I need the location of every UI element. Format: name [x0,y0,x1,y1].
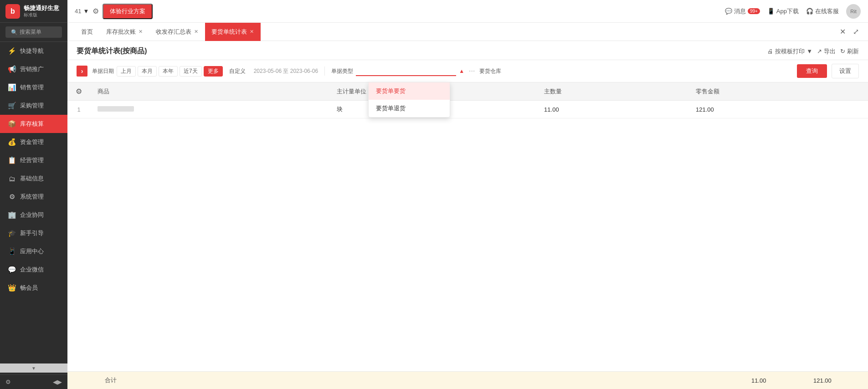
sidebar-item-guide[interactable]: 🎓新手引导 [0,224,67,242]
sidebar-item-enterprise[interactable]: 🏢企业协同 [0,206,67,224]
sidebar-item-system[interactable]: ⚙系统管理 [0,188,67,206]
filter-type-input[interactable] [356,67,456,76]
sidebar-logo: b 畅捷通好生意 标准版 [0,0,67,23]
tab-order-stats[interactable]: 要货单统计表✕ [205,23,261,41]
filter-last-month-btn[interactable]: 上月 [117,66,136,77]
nav-label-enterprise: 企业协同 [20,211,44,219]
query-button[interactable]: 查询 [797,64,827,78]
nav-icon-purchase: 🛒 [7,101,16,110]
sidebar-item-inventory[interactable]: 📦库存核算 [0,115,67,133]
column-header-quantity: 主数量 [537,82,688,101]
online-service-button[interactable]: 🎧 在线客服 [806,7,839,15]
topbar-gear-icon[interactable]: ⚙ [92,7,99,15]
filter-warehouse-label: 要货仓库 [479,67,501,75]
filter-type-more-icon[interactable]: ··· [469,67,475,75]
sidebar: b 畅捷通好生意 标准版 🔍 搜索菜单 ⚡快捷导航📢营销推广📊销售管理🛒采购管理… [0,0,67,389]
dropdown-item-return[interactable]: 要货单退货 [369,100,450,117]
table-row: 1 块 11.00 121.00 [67,101,868,118]
nav-label-sales: 销售管理 [20,83,44,92]
print-icon: 🖨 [767,48,773,55]
messages-label: 消息 [734,7,746,15]
tab-close-batch-stock[interactable]: ✕ [139,29,143,35]
page-title: 要货单统计表(按商品) [77,46,147,56]
dropdown-item-purchase[interactable]: 要货单要货 [369,82,450,100]
tab-batch-stock[interactable]: 库存批次账✕ [100,23,149,41]
sidebar-scroll-down[interactable]: ▼ [0,363,67,373]
cell-product [90,101,329,118]
search-menu-button[interactable]: 🔍 搜索菜单 [5,26,62,38]
sidebar-item-marketing[interactable]: 📢营销推广 [0,60,67,78]
tab-close-order-stats[interactable]: ✕ [250,29,254,35]
app-download-button[interactable]: 📱 App下载 [767,7,799,15]
nav-label-quick-nav: 快捷导航 [20,47,44,55]
sidebar-item-finance[interactable]: 💰资金管理 [0,133,67,151]
refresh-button[interactable]: ↻ 刷新 [840,47,859,56]
page-actions: 🖨 按模板打印 ▼ ↗ 导出 ↻ 刷新 [767,47,859,56]
table-body: 1 块 11.00 121.00 [67,101,868,118]
nav-label-finance: 资金管理 [20,138,44,146]
sidebar-item-wechat[interactable]: 💬企业微信 [0,261,67,279]
sidebar-item-quick-nav[interactable]: ⚡快捷导航 [0,42,67,60]
tab-collect-summary[interactable]: 收发存汇总表✕ [149,23,205,41]
nav-icon-quick-nav: ⚡ [7,46,16,56]
sidebar-item-basic[interactable]: 🗂基础信息 [0,169,67,188]
filter-more-btn[interactable]: 更多 [204,66,223,77]
filter-type-group: 单据类型 ▲ ··· [331,67,475,76]
sidebar-item-operations[interactable]: 📋经营管理 [0,151,67,169]
page-header: 要货单统计表(按商品) 🖨 按模板打印 ▼ ↗ 导出 ↻ 刷新 [67,41,868,60]
settings-footer-btn[interactable]: ⚙ [5,379,11,385]
export-button[interactable]: ↗ 导出 [817,47,836,56]
nav-icon-guide: 🎓 [7,229,16,238]
tab-actions: ✕ ⤢ [838,26,861,38]
table-footer: 合计 11.00 121.00 [67,371,868,389]
tab-close-collect-summary[interactable]: ✕ [194,29,198,35]
topbar-left: 41 ▼ ⚙ 体验行业方案 [75,4,153,19]
messages-button[interactable]: 💬 消息 99+ [725,7,760,15]
filter-date-label: 单据日期 [92,67,114,75]
store-selector[interactable]: 41 ▼ [75,8,89,15]
sidebar-item-member[interactable]: 👑畅会员 [0,279,67,297]
store-number: 41 [75,8,81,15]
filter-this-month-btn[interactable]: 本月 [138,66,157,77]
tab-bar: 首页库存批次账✕收发存汇总表✕要货单统计表✕ ✕ ⤢ [67,23,868,41]
table-settings-button[interactable]: 设置 [832,64,859,78]
nav-label-inventory: 库存核算 [20,120,44,128]
collapse-footer-btn[interactable]: ◀▶ [53,379,62,385]
user-avatar[interactable]: Rit [846,4,861,19]
topbar-right: 💬 消息 99+ 📱 App下载 🎧 在线客服 Rit [725,4,861,19]
filter-date-range: 2023-05-06 至 2023-06-06 [254,67,318,75]
dropdown-item-return-label: 要货单退货 [376,105,406,112]
nav-label-appstore: 应用中心 [20,247,44,256]
table-header-row: ⚙ 商品 主计量单位 主数量 零售金额 [67,82,868,101]
column-header-amount: 零售金额 [688,82,868,101]
search-icon: 🔍 [11,29,18,36]
avatar-text: Rit [850,9,856,14]
filter-type-dropdown-icon[interactable]: ▲ [459,68,464,74]
sidebar-item-sales[interactable]: 📊销售管理 [0,78,67,97]
table-wrapper: ⚙ 商品 主计量单位 主数量 零售金额 1 块 11.00 [67,82,868,371]
data-table: ⚙ 商品 主计量单位 主数量 零售金额 1 块 11.00 [67,82,868,118]
sidebar-search-area[interactable]: 🔍 搜索菜单 [0,23,67,42]
tab-home[interactable]: 首页 [75,23,100,41]
filter-warehouse-group: 要货仓库 [479,67,501,75]
filter-last-7days-btn[interactable]: 近7天 [180,66,202,77]
topbar: 41 ▼ ⚙ 体验行业方案 💬 消息 99+ 📱 App下载 🎧 在线客服 Ri… [67,0,868,23]
filter-this-year-btn[interactable]: 本年 [159,66,178,77]
dropdown-item-purchase-label: 要货单要货 [376,87,406,94]
sidebar-footer: ⚙ ◀▶ [0,374,67,389]
nav-icon-system: ⚙ [7,192,16,201]
column-header-settings[interactable]: ⚙ [67,82,90,101]
expand-tab-icon[interactable]: ⤢ [851,26,861,38]
sidebar-item-purchase[interactable]: 🛒采购管理 [0,97,67,115]
sidebar-item-appstore[interactable]: 📱应用中心 [0,242,67,261]
nav-icon-sales: 📊 [7,83,16,92]
nav-label-operations: 经营管理 [20,156,44,164]
filter-date-group: 单据日期 上月 本月 本年 近7天 更多 自定义 [92,66,249,77]
trial-button[interactable]: 体验行业方案 [103,4,153,19]
refresh-label: 刷新 [847,47,859,56]
filter-expand-button[interactable]: › [77,66,87,77]
cell-amount: 121.00 [688,101,868,118]
print-button[interactable]: 🖨 按模板打印 ▼ [767,47,812,56]
filter-custom-btn[interactable]: 自定义 [226,67,249,76]
close-tab-icon[interactable]: ✕ [838,26,847,38]
